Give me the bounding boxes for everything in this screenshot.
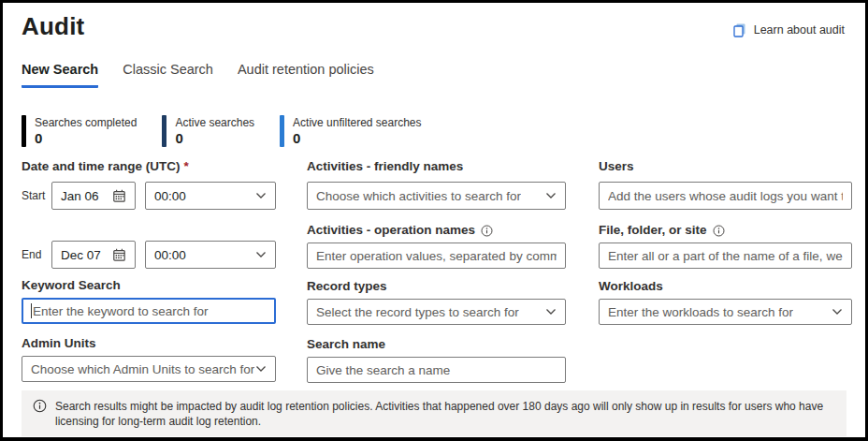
start-time-dropdown[interactable]: 00:00: [145, 182, 276, 210]
tab-audit-retention-policies[interactable]: Audit retention policies: [238, 62, 374, 88]
required-asterisk: *: [184, 158, 189, 175]
workloads-label: Workloads: [599, 279, 852, 294]
form-column-1: Date and time range (UTC) * Start Jan 06: [22, 158, 276, 382]
info-icon[interactable]: [713, 225, 725, 237]
stat-label: Searches completed: [35, 115, 137, 130]
learn-link-label: Learn about audit: [754, 23, 845, 37]
record-types-dropdown[interactable]: Select the record types to search for: [307, 299, 566, 325]
date-time-range-label: Date and time range (UTC) *: [22, 158, 276, 175]
banner-text: Search results might be impacted by audi…: [55, 398, 835, 429]
stat-active-searches: Active searches 0: [162, 115, 254, 147]
chevron-down-icon: [255, 251, 267, 258]
tab-bar: New Search Classic Search Audit retentio…: [22, 62, 374, 88]
form-column-3: Users File, folder, or site Workloads En…: [599, 158, 852, 325]
record-types-placeholder: Select the record types to search for: [316, 305, 519, 319]
tab-classic-search[interactable]: Classic Search: [123, 62, 213, 88]
chevron-down-icon: [545, 308, 557, 316]
activities-operation-label: Activities - operation names: [307, 223, 566, 238]
activities-operation-input[interactable]: [307, 243, 566, 269]
chevron-down-icon: [255, 192, 267, 199]
end-date-row: End Dec 07 00:0: [22, 241, 276, 269]
stat-label: Active searches: [175, 115, 254, 130]
users-label: Users: [599, 158, 852, 175]
tab-new-search[interactable]: New Search: [22, 62, 98, 88]
end-time-dropdown[interactable]: 00:00: [145, 241, 276, 269]
calendar-icon: [112, 189, 126, 203]
workloads-dropdown[interactable]: Enter the workloads to search for: [599, 299, 852, 325]
stat-bar: [22, 115, 26, 147]
start-date-value: Jan 06: [61, 189, 99, 203]
audit-page: Audit Learn about audit New Search Class…: [0, 0, 868, 441]
documentation-icon: [732, 22, 747, 37]
workloads-placeholder: Enter the workloads to search for: [608, 305, 793, 319]
form-column-2: Activities - friendly names Choose which…: [307, 158, 566, 383]
stat-searches-completed: Searches completed 0: [22, 115, 137, 147]
end-date-value: Dec 07: [61, 248, 101, 262]
start-date-picker[interactable]: Jan 06: [51, 182, 136, 210]
file-folder-site-label: File, folder, or site: [599, 223, 852, 238]
learn-about-audit-link[interactable]: Learn about audit: [732, 22, 845, 37]
keyword-search-input[interactable]: [22, 298, 276, 324]
keyword-search-field[interactable]: [33, 300, 267, 322]
users-input[interactable]: [599, 182, 852, 210]
activities-operation-field[interactable]: [316, 243, 557, 268]
chevron-down-icon: [832, 308, 843, 316]
retention-info-banner: Search results might be impacted by audi…: [22, 390, 846, 436]
stat-value: 0: [35, 130, 137, 147]
search-name-field[interactable]: [316, 358, 557, 382]
activities-friendly-placeholder: Choose which activities to search for: [316, 189, 521, 203]
end-time-value: 00:00: [154, 248, 186, 262]
file-folder-site-input[interactable]: [599, 243, 852, 269]
calendar-icon: [112, 248, 126, 262]
keyword-search-label: Keyword Search: [22, 278, 276, 293]
stat-value: 0: [293, 130, 421, 147]
stat-bar: [280, 115, 284, 147]
stat-bar: [162, 115, 166, 147]
info-icon[interactable]: [481, 225, 493, 237]
end-label: End: [22, 248, 51, 261]
chevron-down-icon: [545, 192, 557, 199]
admin-units-label: Admin Units: [22, 336, 276, 351]
search-name-label: Search name: [307, 337, 566, 352]
stat-value: 0: [175, 130, 254, 147]
start-date-row: Start Jan 06 00: [22, 182, 276, 210]
page-title: Audit: [22, 12, 84, 41]
activities-friendly-label: Activities - friendly names: [307, 158, 566, 175]
info-icon: [33, 399, 47, 417]
start-time-value: 00:00: [154, 189, 186, 203]
admin-units-placeholder: Choose which Admin Units to search for: [31, 362, 254, 376]
admin-units-dropdown[interactable]: Choose which Admin Units to search for: [22, 356, 276, 382]
search-stats: Searches completed 0 Active searches 0 A…: [22, 115, 422, 147]
record-types-label: Record types: [307, 279, 566, 294]
activities-friendly-dropdown[interactable]: Choose which activities to search for: [307, 182, 566, 210]
text-caret: [31, 303, 32, 318]
end-date-picker[interactable]: Dec 07: [51, 241, 136, 269]
stat-active-unfiltered-searches: Active unfiltered searches 0: [280, 115, 421, 147]
users-field[interactable]: [608, 183, 843, 209]
start-label: Start: [22, 189, 51, 202]
chevron-down-icon: [255, 365, 267, 373]
file-folder-site-field[interactable]: [608, 243, 843, 268]
stat-label: Active unfiltered searches: [293, 115, 421, 130]
search-name-input[interactable]: [307, 357, 566, 383]
